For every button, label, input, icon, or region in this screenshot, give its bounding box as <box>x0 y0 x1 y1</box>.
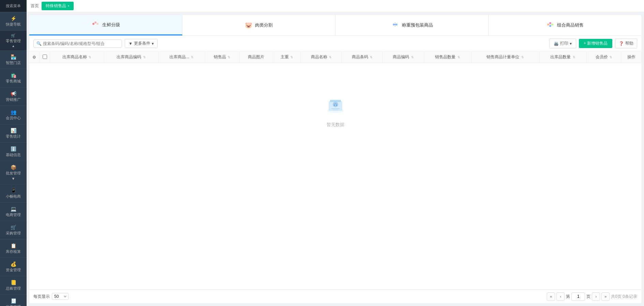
th-operation: 操作 <box>621 51 641 63</box>
sort-arrows-out-code[interactable]: ⇅ <box>143 56 146 59</box>
th-out-spec: 出库商品... ⇅ <box>158 51 205 63</box>
sort-arrows-sale-item[interactable]: ⇅ <box>228 56 230 59</box>
svg-rect-18 <box>333 110 338 110</box>
toolbar-right: 🖨️ 打印 ▾ + 新增销售品 ❓ 帮助 <box>549 39 637 48</box>
mini-ecom-icon: 📱 <box>11 188 16 193</box>
print-button[interactable]: 🖨️ 打印 ▾ <box>549 39 576 48</box>
print-icon: 🖨️ <box>554 41 559 46</box>
th-sale-unit: 销售商品计量单位 ⇅ <box>471 51 539 63</box>
sidebar-item-label: 零售管理 <box>6 39 21 44</box>
close-tab-icon[interactable]: × <box>68 4 70 8</box>
tab-combo-sale[interactable]: 组合商品销售 <box>489 15 641 35</box>
sort-arrows-out-name[interactable]: ⇅ <box>89 56 91 59</box>
svg-point-9 <box>551 24 553 26</box>
filter-button[interactable]: ▼ 更多条件 ▾ <box>125 39 158 48</box>
settings-col-icon: ⚙ <box>32 55 36 60</box>
sidebar-item-finance[interactable]: 💰 资金管理 <box>0 258 27 276</box>
sidebar-item-inventory[interactable]: 📋 库存核算 <box>0 240 27 258</box>
search-input[interactable] <box>43 41 118 46</box>
svg-point-2 <box>96 23 99 25</box>
filter-label: 更多条件 <box>134 41 150 46</box>
page-input[interactable] <box>571 292 585 301</box>
next-page-button[interactable]: › <box>592 292 600 301</box>
svg-point-14 <box>333 102 338 107</box>
sidebar-item-smart-store[interactable]: 🏪 智慧门店 <box>0 51 27 69</box>
th-checkbox[interactable] <box>40 51 50 63</box>
sidebar-item-member-center[interactable]: 👥 会员中心 <box>0 106 27 124</box>
tab-weigh-pack[interactable]: 称重预包装商品 <box>335 15 489 35</box>
sidebar-item-retail-mgmt[interactable]: 🛒 零售管理 ▲ <box>0 31 27 51</box>
sales-promo-icon: 📢 <box>11 91 16 96</box>
empty-illustration <box>322 90 349 118</box>
quick-nav-icon: ⚡ <box>11 16 16 21</box>
sort-arrows-product-barcode[interactable]: ⇅ <box>370 56 373 59</box>
th-main-weight: 主重 ⇅ <box>273 51 301 63</box>
svg-point-7 <box>547 24 549 26</box>
sort-arrows-sale-unit[interactable]: ⇅ <box>521 56 524 59</box>
batch-mgmt-icon: 📦 <box>11 165 16 170</box>
chevron-down-icon: ▲ <box>12 44 15 48</box>
sidebar-item-retail-stat[interactable]: 📊 零售统计 <box>0 124 27 143</box>
prev-page-button[interactable]: ‹ <box>556 292 565 301</box>
sidebar-item-mini-ecom[interactable]: 📱 小畅电商 <box>0 184 27 203</box>
sidebar-item-label: 零售统计 <box>6 134 21 139</box>
content-area: 生鲜分级 🐷 肉类分割 称重预包装商品 <box>29 15 641 303</box>
per-page-label: 每页显示 <box>33 294 50 300</box>
table-wrap: ⚙ 出库商品名称 ⇅ 出库商品编码 ⇅ <box>29 51 641 289</box>
sort-arrows-sale-qty[interactable]: ⇅ <box>458 56 460 59</box>
th-product-name: 商品名称 ⇅ <box>301 51 342 63</box>
help-button[interactable]: ❓ 帮助 <box>615 39 637 48</box>
sort-arrows-product-code[interactable]: ⇅ <box>411 56 414 59</box>
ledger-icon: 📒 <box>11 280 16 285</box>
ecom-mgmt-icon: 💻 <box>11 206 16 212</box>
filter-arrow-icon: ▾ <box>152 41 154 46</box>
sidebar-item-label: 资金管理 <box>6 267 21 273</box>
empty-state: 暂无数据 <box>29 63 641 155</box>
sidebar: 搜索菜单 ⚡ 快捷导航 🛒 零售管理 ▲ 🏪 智慧门店 🛍️ 零售商城 📢 营销… <box>0 0 27 306</box>
sort-arrows-out-qty[interactable]: ⇅ <box>573 56 575 59</box>
th-out-qty: 出库品数量 ⇅ <box>539 51 587 63</box>
sidebar-item-retail-mall[interactable]: 🛍️ 零售商城 <box>0 69 27 88</box>
svg-point-10 <box>549 25 551 27</box>
sort-arrows-main-weight[interactable]: ⇅ <box>290 56 293 59</box>
search-box[interactable]: 🔍 <box>33 40 122 48</box>
th-sale-item: 销售品 ⇅ <box>205 51 239 63</box>
weigh-pack-icon <box>391 20 399 30</box>
tab-fresh-grade[interactable]: 生鲜分级 <box>29 15 182 35</box>
sort-arrows-out-spec[interactable]: ⇅ <box>191 56 194 59</box>
th-product-code: 商品编码 ⇅ <box>383 51 424 63</box>
sidebar-search-menu[interactable]: 搜索菜单 <box>0 0 27 12</box>
add-sales-item-button[interactable]: + 新增销售品 <box>579 39 612 48</box>
sidebar-item-quick-nav[interactable]: ⚡ 快捷导航 <box>0 12 27 31</box>
sidebar-item-invoice[interactable]: 🧾 发票管理 <box>0 295 27 306</box>
sidebar-item-basic-info[interactable]: ℹ️ 基础信息 <box>0 143 27 161</box>
sidebar-item-label: 总账管理 <box>6 286 21 291</box>
page-size-select[interactable]: 10 20 50 100 <box>52 293 69 300</box>
sidebar-item-label: 营销推广 <box>6 97 21 102</box>
sidebar-item-purchase[interactable]: 🛒 采购管理 <box>0 221 27 240</box>
sidebar-item-label: 发票管理 <box>6 304 21 306</box>
sidebar-item-sales-promo[interactable]: 📢 营销推广 <box>0 88 27 106</box>
sidebar-item-batch-mgmt[interactable]: 📦 批发管理 ▼ <box>0 161 27 184</box>
th-settings[interactable]: ⚙ <box>29 51 40 63</box>
tab-meat-cut[interactable]: 🐷 肉类分割 <box>182 15 335 35</box>
print-arrow-icon: ▾ <box>570 41 572 46</box>
chevron-down-icon-batch: ▼ <box>12 177 15 181</box>
combo-sale-icon <box>546 20 554 30</box>
sidebar-item-label: 基础信息 <box>6 152 21 157</box>
svg-point-8 <box>549 22 551 24</box>
sidebar-item-ecom-mgmt[interactable]: 💻 电商管理 <box>0 203 27 221</box>
last-page-button[interactable]: » <box>601 292 610 301</box>
add-label: + 新增销售品 <box>584 41 608 46</box>
breadcrumb-home[interactable]: 首页 <box>31 3 39 9</box>
active-tab-special-sales[interactable]: 特殊销售品 × <box>42 2 74 10</box>
first-page-button[interactable]: « <box>547 292 555 301</box>
help-label: 帮助 <box>625 41 633 46</box>
sort-arrows-product-name[interactable]: ⇅ <box>329 56 332 59</box>
sidebar-item-ledger[interactable]: 📒 总账管理 <box>0 276 27 295</box>
select-all-checkbox[interactable] <box>43 55 47 59</box>
member-center-icon: 👥 <box>11 109 16 115</box>
retail-mall-icon: 🛍️ <box>11 73 16 78</box>
filter-icon: ▼ <box>129 41 133 46</box>
sort-arrows-member-price[interactable]: ⇅ <box>610 56 612 59</box>
